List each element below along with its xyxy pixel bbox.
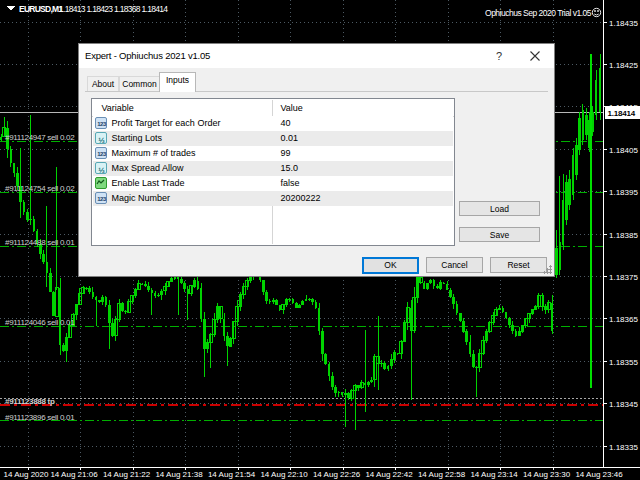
svg-text:1.18345: 1.18345: [609, 400, 638, 409]
svg-text:#911123896 sell 0.01: #911123896 sell 0.01: [5, 413, 75, 422]
svg-text:EURUSD,M1: EURUSD,M1: [19, 4, 63, 14]
svg-text:#911124754 sell 0.02: #911124754 sell 0.02: [5, 184, 75, 193]
svg-text:1.18365: 1.18365: [609, 315, 638, 324]
svg-text:14 Aug 23:14: 14 Aug 23:14: [470, 470, 518, 479]
svg-text:1.18335: 1.18335: [609, 443, 638, 452]
svg-text:1.18425: 1.18425: [609, 61, 638, 70]
svg-text:14 Aug 2020: 14 Aug 2020: [4, 470, 49, 479]
svg-text:#911124947 sell 0.02: #911124947 sell 0.02: [5, 133, 75, 142]
svg-text:14 Aug 21:54: 14 Aug 21:54: [208, 470, 256, 479]
svg-text:Ophiuchus Sep 2020 Trial v1.05: Ophiuchus Sep 2020 Trial v1.05: [485, 8, 592, 18]
svg-text:1.18413 1.18423 1.18368 1.1841: 1.18413 1.18423 1.18368 1.18414: [59, 4, 168, 14]
svg-text:1.18395: 1.18395: [609, 188, 638, 197]
svg-text:#911124488 sell 0.01: #911124488 sell 0.01: [5, 238, 75, 247]
svg-text:#911123888 tp: #911123888 tp: [5, 397, 55, 406]
svg-text:14 Aug 22:10: 14 Aug 22:10: [260, 470, 308, 479]
svg-text:#911124046 sell 0.01: #911124046 sell 0.01: [5, 318, 75, 327]
svg-text:1.18385: 1.18385: [609, 231, 638, 240]
svg-text:14 Aug 22:42: 14 Aug 22:42: [365, 470, 413, 479]
svg-text:14 Aug 23:46: 14 Aug 23:46: [575, 470, 623, 479]
svg-text:14 Aug 21:06: 14 Aug 21:06: [50, 470, 98, 479]
svg-text:1.18355: 1.18355: [609, 358, 638, 367]
svg-text:14 Aug 23:30: 14 Aug 23:30: [523, 470, 571, 479]
svg-text:1.18435: 1.18435: [609, 19, 638, 28]
svg-text:1.18375: 1.18375: [609, 273, 638, 282]
svg-text:14 Aug 21:22: 14 Aug 21:22: [103, 470, 151, 479]
svg-text:14 Aug 22:26: 14 Aug 22:26: [313, 470, 361, 479]
svg-text:14 Aug 22:58: 14 Aug 22:58: [418, 470, 466, 479]
svg-text:1.18405: 1.18405: [609, 146, 638, 155]
svg-text:14 Aug 21:38: 14 Aug 21:38: [155, 470, 203, 479]
svg-text:1.18414: 1.18414: [608, 109, 636, 118]
